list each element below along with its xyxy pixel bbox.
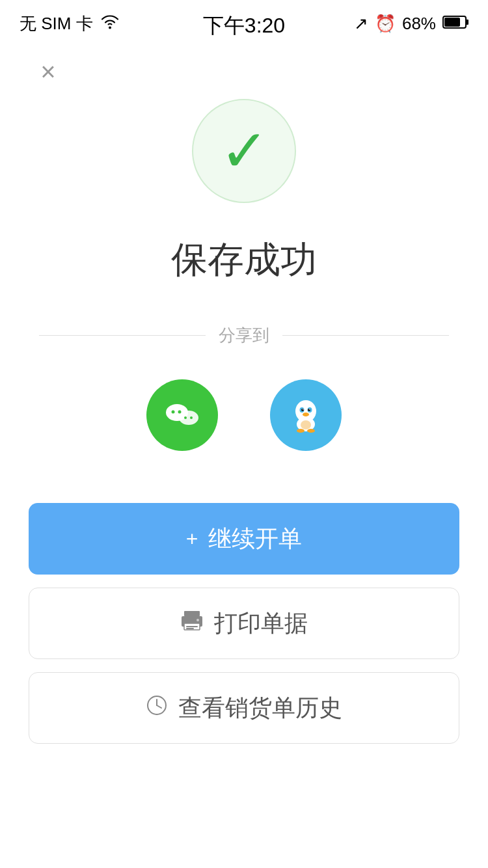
view-history-button[interactable]: 查看销货单历史 xyxy=(29,672,459,744)
svg-point-5 xyxy=(171,410,174,413)
battery-icon xyxy=(442,14,468,34)
checkmark-icon: ✓ xyxy=(220,122,269,180)
status-left: 无 SIM 卡 xyxy=(20,12,119,35)
wechat-logo-icon xyxy=(161,394,204,437)
status-bar: 无 SIM 卡 下午3:20 ↗ ⏰ 68% xyxy=(0,0,488,47)
carrier-text: 无 SIM 卡 xyxy=(20,12,93,35)
time-display: 下午3:20 xyxy=(203,12,285,40)
svg-rect-1 xyxy=(466,20,468,25)
svg-rect-2 xyxy=(444,18,460,27)
svg-rect-21 xyxy=(184,611,200,616)
svg-point-26 xyxy=(197,619,199,621)
success-icon-circle: ✓ xyxy=(192,99,296,203)
svg-point-18 xyxy=(301,420,311,429)
action-buttons: + 继续开单 打印单据 xyxy=(0,503,488,744)
print-button[interactable]: 打印单据 xyxy=(29,588,459,659)
svg-rect-25 xyxy=(186,628,194,629)
svg-rect-24 xyxy=(186,626,198,627)
svg-point-12 xyxy=(303,409,304,410)
svg-point-20 xyxy=(307,429,315,433)
wechat-share-button[interactable] xyxy=(146,379,218,451)
print-label: 打印单据 xyxy=(214,608,308,640)
qq-logo-icon xyxy=(285,394,327,437)
close-button[interactable]: × xyxy=(29,52,68,91)
alarm-icon: ⏰ xyxy=(375,14,396,34)
share-icons-row xyxy=(146,379,342,451)
share-divider: 分享到 xyxy=(0,324,488,347)
svg-point-15 xyxy=(309,409,310,410)
share-label: 分享到 xyxy=(206,324,282,347)
history-label: 查看销货单历史 xyxy=(178,692,342,724)
continue-order-label: 继续开单 xyxy=(208,523,302,555)
history-icon xyxy=(146,694,168,722)
print-icon xyxy=(180,610,204,636)
svg-point-19 xyxy=(297,429,305,433)
divider-line-right xyxy=(282,335,449,336)
success-title: 保存成功 xyxy=(171,236,317,285)
main-content: ✓ 保存成功 分享到 xyxy=(0,47,488,744)
battery-text: 68% xyxy=(402,14,436,34)
location-icon: ↗ xyxy=(354,14,368,34)
continue-order-button[interactable]: + 继续开单 xyxy=(29,503,459,575)
svg-point-4 xyxy=(179,411,198,425)
qq-share-button[interactable] xyxy=(270,379,342,451)
status-right: ↗ ⏰ 68% xyxy=(354,14,468,34)
close-icon: × xyxy=(40,59,55,85)
divider-line-left xyxy=(39,335,206,336)
svg-point-6 xyxy=(178,410,181,413)
svg-point-16 xyxy=(303,413,309,416)
svg-line-29 xyxy=(157,705,161,708)
svg-point-8 xyxy=(190,416,193,419)
svg-point-7 xyxy=(184,416,187,419)
plus-icon: + xyxy=(186,527,198,551)
wifi-icon xyxy=(101,14,119,34)
